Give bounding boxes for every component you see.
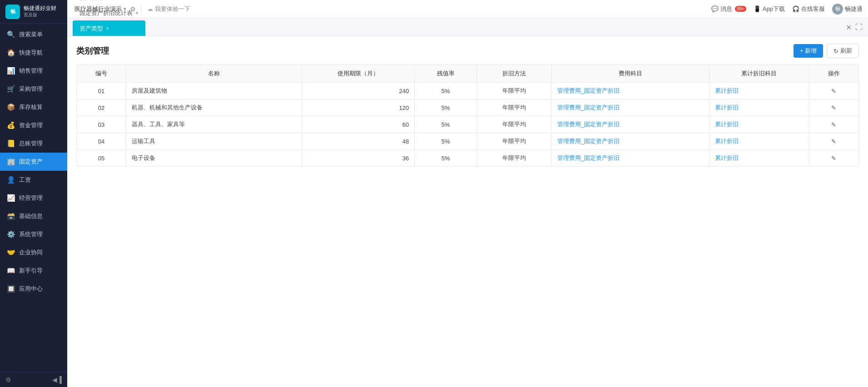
table-cell: 累计折旧: [709, 83, 809, 99]
message-icon: 💬: [711, 5, 719, 12]
table-cell: 04: [77, 133, 126, 150]
sidebar-item-mgmt[interactable]: 📈 经营管理: [0, 189, 67, 207]
edit-icon-2[interactable]: ✎: [831, 121, 836, 128]
table-cell: 5%: [415, 150, 477, 167]
message-badge: 99+: [735, 6, 746, 12]
sidebar: 畅 畅捷通好业财 普及版 🔍 搜索菜单 🏠 快捷导航 📊 销售管理 🛒 采购管理…: [0, 0, 67, 387]
table-cell: 累计折旧: [709, 99, 809, 116]
table-cell: 01: [77, 83, 126, 99]
table-cell: 年限平均: [477, 133, 552, 150]
table-body: 01房屋及建筑物2405%年限平均管理费用_固定资产折旧累计折旧✎02机器、机械…: [77, 83, 859, 167]
close-tab-icon[interactable]: ✕: [846, 23, 852, 31]
sidebar-icon-capital: 💰: [6, 121, 15, 130]
logo-icon: 畅: [5, 5, 20, 19]
sidebar-item-apps[interactable]: 🔲 应用中心: [0, 280, 67, 298]
col-header: 名称: [126, 65, 302, 83]
sidebar-item-quick[interactable]: 🏠 快捷导航: [0, 44, 67, 62]
edit-action[interactable]: ✎: [809, 83, 858, 99]
sidebar-icon-base: 🗃️: [6, 212, 15, 221]
edit-icon-4[interactable]: ✎: [831, 155, 836, 162]
tab-close-1[interactable]: ×: [106, 0, 109, 1]
sidebar-item-guide[interactable]: 📖 新手引导: [0, 262, 67, 280]
refresh-label: 刷新: [840, 47, 852, 55]
sidebar-item-purchase[interactable]: 🛒 采购管理: [0, 80, 67, 98]
tab-close-2[interactable]: ×: [135, 10, 139, 16]
page-title: 类别管理: [76, 45, 109, 56]
sidebar-nav: 🔍 搜索菜单 🏠 快捷导航 📊 销售管理 🛒 采购管理 📦 库存核算 💰 资金管…: [0, 24, 67, 372]
sidebar-icon-apps: 🔲: [6, 284, 15, 293]
table-cell: 年限平均: [477, 150, 552, 167]
sidebar-item-system[interactable]: ⚙️ 系统管理: [0, 225, 67, 243]
tab-1[interactable]: 资产管理×: [73, 0, 145, 5]
sidebar-icon-purchase: 🛒: [6, 84, 15, 94]
sidebar-item-stock[interactable]: 📦 库存核算: [0, 98, 67, 116]
user-menu[interactable]: 畅 畅捷通: [832, 4, 863, 15]
expand-icon[interactable]: ⛶: [855, 23, 863, 31]
tabs-bar: 首页资产管理×固定资产折旧统计表×资产类型× ✕ ⛶: [67, 18, 868, 36]
sidebar-item-base[interactable]: 🗃️ 基础信息: [0, 207, 67, 225]
content-area: 类别管理 + 新增 ↻ 刷新 编号名称使用期限（月）残值率折旧方法费用科目累计折…: [67, 36, 868, 387]
table-cell: 48: [302, 133, 415, 150]
sidebar-item-collab[interactable]: 🤝 企业协同: [0, 243, 67, 262]
sidebar-icon-collab: 🤝: [6, 248, 15, 257]
table-row: 01房屋及建筑物2405%年限平均管理费用_固定资产折旧累计折旧✎: [77, 83, 859, 99]
trial-label: 我要体验一下: [155, 5, 190, 13]
table-cell: 管理费用_固定资产折旧: [551, 99, 709, 116]
table-cell: 年限平均: [477, 99, 552, 116]
app-download-button[interactable]: 📱 App下载: [754, 5, 785, 13]
sidebar-label-system: 系统管理: [19, 230, 43, 238]
edit-action[interactable]: ✎: [809, 99, 858, 116]
edit-icon-0[interactable]: ✎: [831, 88, 836, 94]
sidebar-item-sales[interactable]: 📊 销售管理: [0, 62, 67, 80]
table-cell: 电子设备: [126, 150, 302, 167]
download-icon: 📱: [754, 5, 761, 12]
table-cell: 管理费用_固定资产折旧: [551, 116, 709, 133]
table-cell: 5%: [415, 133, 477, 150]
edit-icon-3[interactable]: ✎: [831, 138, 836, 145]
sidebar-item-ledger[interactable]: 📒 总账管理: [0, 134, 67, 153]
table-row: 03器具、工具、家具等605%年限平均管理费用_固定资产折旧累计折旧✎: [77, 116, 859, 133]
table-cell: 240: [302, 83, 415, 99]
collapse-icon[interactable]: ◀▐: [52, 376, 62, 383]
edit-action[interactable]: ✎: [809, 116, 858, 133]
tab-2[interactable]: 固定资产折旧统计表×: [73, 5, 145, 20]
sidebar-label-payroll: 工资: [19, 176, 31, 184]
message-button[interactable]: 💬 消息 99+: [711, 5, 746, 13]
sidebar-item-search[interactable]: 🔍 搜索菜单: [0, 25, 67, 44]
tab-label-1: 资产管理: [79, 0, 103, 2]
edit-icon-1[interactable]: ✎: [831, 104, 836, 111]
sidebar-label-capital: 资金管理: [19, 121, 43, 129]
topbar-right: 💬 消息 99+ 📱 App下载 🎧 在线客服 畅 畅捷通: [711, 4, 863, 15]
online-service-button[interactable]: 🎧 在线客服: [792, 5, 825, 13]
table-row: 04运输工具485%年限平均管理费用_固定资产折旧累计折旧✎: [77, 133, 859, 150]
trial-button[interactable]: ☁ 我要体验一下: [147, 5, 190, 13]
new-button[interactable]: + 新增: [794, 44, 823, 58]
table-cell: 管理费用_固定资产折旧: [551, 133, 709, 150]
table-cell: 02: [77, 99, 126, 116]
sidebar-icon-ledger: 📒: [6, 139, 15, 148]
logo-version: 普及版: [24, 12, 56, 18]
tab-3[interactable]: 资产类型×: [73, 20, 145, 36]
sidebar-label-base: 基础信息: [19, 212, 43, 220]
tab-close-3[interactable]: ×: [106, 25, 109, 32]
table-cell: 5%: [415, 83, 477, 99]
sidebar-logo: 畅 畅捷通好业财 普及版: [0, 0, 67, 24]
main-area: 医疗器械行业演示 ▾ ⚙ ☁ 我要体验一下 💬 消息 99+ 📱 App下载 🎧: [67, 0, 868, 387]
edit-action[interactable]: ✎: [809, 150, 858, 167]
refresh-button[interactable]: ↻ 刷新: [827, 44, 859, 58]
refresh-icon: ↻: [833, 48, 838, 55]
tabs-container: 首页资产管理×固定资产折旧统计表×资产类型×: [73, 0, 146, 36]
col-header: 费用科目: [551, 65, 709, 83]
app-download-label: App下载: [763, 5, 785, 13]
sidebar-item-capital[interactable]: 💰 资金管理: [0, 116, 67, 134]
sidebar-icon-search: 🔍: [6, 30, 15, 39]
settings-icon[interactable]: ⚙: [5, 376, 11, 383]
table-cell: 运输工具: [126, 133, 302, 150]
headset-icon: 🎧: [792, 5, 799, 12]
page-header: 类别管理 + 新增 ↻ 刷新: [76, 44, 859, 58]
sidebar-icon-system: ⚙️: [6, 230, 15, 239]
sidebar-item-fixed[interactable]: 🏢 固定资产: [0, 153, 67, 171]
table-head: 编号名称使用期限（月）残值率折旧方法费用科目累计折旧科目操作: [77, 65, 859, 83]
edit-action[interactable]: ✎: [809, 133, 858, 150]
sidebar-item-payroll[interactable]: 👤 工资: [0, 171, 67, 189]
